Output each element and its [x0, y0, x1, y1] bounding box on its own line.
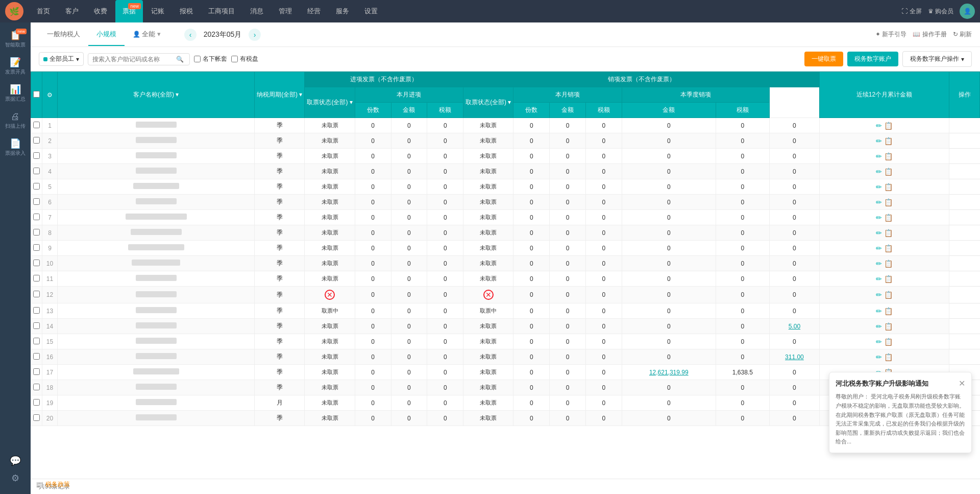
edit-icon[interactable]: ✏ [876, 183, 882, 191]
checkbox-tax-disk-input[interactable] [231, 56, 238, 62]
nav-accounting[interactable]: 记账 [144, 0, 172, 22]
row-checkbox[interactable] [33, 307, 40, 314]
row-checkbox[interactable] [33, 152, 40, 159]
prev-month-button[interactable]: ‹ [184, 29, 197, 41]
nav-manage[interactable]: 管理 [272, 0, 299, 22]
edit-icon[interactable]: ✏ [876, 338, 882, 346]
row-checkbox[interactable] [33, 122, 40, 128]
row-checkbox[interactable] [33, 353, 40, 360]
search-box[interactable]: 🔍 [88, 53, 190, 65]
copy-icon[interactable]: 📋 [884, 338, 893, 346]
nav-message[interactable]: 消息 [243, 0, 271, 22]
membership-btn[interactable]: ♛ 购会员 [928, 7, 953, 16]
row-checkbox-cell[interactable] [31, 287, 42, 303]
nav-invoice[interactable]: 票据 new [115, 0, 143, 22]
sidebar-item-scan[interactable]: 🖨 扫描上传 [1, 108, 30, 134]
row-checkbox-cell[interactable] [31, 210, 42, 225]
row-checkbox-cell[interactable] [31, 241, 42, 256]
row-checkbox-cell[interactable] [31, 411, 42, 426]
user-avatar[interactable]: 👤 [960, 4, 975, 19]
nav-business[interactable]: 工商项目 [201, 0, 242, 22]
row-checkbox-cell[interactable] [31, 303, 42, 319]
refresh-btn[interactable]: ↻ 刷新 [953, 30, 972, 39]
row-checkbox[interactable] [33, 229, 40, 236]
sidebar-item-smart-ticket[interactable]: 📋 智能取票 new [1, 27, 30, 53]
edit-icon[interactable]: ✏ [876, 229, 882, 237]
quarter-amount-link[interactable]: 12,621,319.99 [649, 369, 689, 376]
nav-tax[interactable]: 报税 [173, 0, 200, 22]
copy-icon[interactable]: 📋 [884, 168, 893, 176]
row-checkbox-cell[interactable] [31, 149, 42, 164]
edit-icon[interactable]: ✏ [876, 275, 882, 283]
row-checkbox[interactable] [33, 338, 40, 344]
checkbox-account[interactable]: 名下帐套 [194, 55, 227, 63]
notification-close-button[interactable]: ✕ [959, 379, 965, 388]
copy-icon[interactable]: 📋 [884, 291, 893, 299]
search-input[interactable] [92, 56, 174, 63]
row-checkbox[interactable] [33, 168, 40, 174]
copy-icon[interactable]: 📋 [884, 152, 893, 160]
tax-digital-operation-button[interactable]: 税务数字账户操作 ▾ [902, 51, 972, 67]
edit-icon[interactable]: ✏ [876, 291, 882, 299]
copy-icon[interactable]: 📋 [884, 307, 893, 315]
copy-icon[interactable]: 📋 [884, 260, 893, 268]
edit-icon[interactable]: ✏ [876, 307, 882, 315]
edit-icon[interactable]: ✏ [876, 244, 882, 252]
next-month-button[interactable]: › [249, 29, 261, 41]
nav-fee[interactable]: 收费 [87, 0, 114, 22]
sidebar-item-entry[interactable]: 📄 票据录入 [1, 135, 30, 161]
row-checkbox[interactable] [33, 399, 40, 406]
row-checkbox[interactable] [33, 384, 40, 390]
nav-customer[interactable]: 客户 [58, 0, 86, 22]
copy-icon[interactable]: 📋 [884, 183, 893, 191]
user-manual-btn[interactable]: 📖 操作手册 [913, 30, 946, 39]
edit-icon[interactable]: ✏ [876, 168, 882, 176]
row-checkbox[interactable] [33, 322, 40, 329]
edit-icon[interactable]: ✏ [876, 353, 882, 361]
tax-digital-account-button[interactable]: 税务数字账户 [847, 52, 898, 66]
sidebar-item-open-invoice[interactable]: 📝 发票开具 [1, 54, 30, 80]
row-checkbox[interactable] [33, 414, 40, 421]
sidebar-bottom-icon1[interactable]: 💬 [10, 455, 21, 466]
row-checkbox-cell[interactable] [31, 195, 42, 210]
sidebar-bottom-icon2[interactable]: ⚙ [11, 473, 19, 484]
edit-icon[interactable]: ✏ [876, 152, 882, 160]
edit-icon[interactable]: ✏ [876, 260, 882, 268]
employee-select[interactable]: 全部员工 ▾ [39, 52, 84, 66]
row-checkbox-cell[interactable] [31, 271, 42, 287]
row-checkbox-cell[interactable] [31, 133, 42, 149]
row-checkbox[interactable] [33, 244, 40, 251]
row-checkbox[interactable] [33, 183, 40, 190]
row-checkbox[interactable] [33, 214, 40, 220]
nav-service[interactable]: 服务 [329, 0, 356, 22]
new-user-guide-btn[interactable]: ✦ 新手引导 [875, 30, 906, 39]
nav-home[interactable]: 首页 [30, 0, 57, 22]
tab-all-capability[interactable]: 👤 全能 ▾ [125, 23, 169, 46]
annual-link[interactable]: 311.00 [785, 354, 804, 361]
edit-icon[interactable]: ✏ [876, 322, 882, 331]
copy-icon[interactable]: 📋 [884, 137, 893, 145]
one-click-ticket-button[interactable]: 一键取票 [804, 52, 843, 66]
row-checkbox[interactable] [33, 137, 40, 144]
copy-icon[interactable]: 📋 [884, 353, 893, 361]
checkbox-account-input[interactable] [194, 56, 201, 62]
copy-icon[interactable]: 📋 [884, 322, 893, 331]
sidebar-item-summary[interactable]: 📊 票据汇总 [1, 81, 30, 107]
row-checkbox[interactable] [33, 368, 40, 375]
row-checkbox-cell[interactable] [31, 365, 42, 380]
tab-general-taxpayer[interactable]: 一般纳税人 [39, 23, 88, 46]
row-checkbox-cell[interactable] [31, 380, 42, 395]
copy-icon[interactable]: 📋 [884, 244, 893, 252]
row-checkbox[interactable] [33, 198, 40, 205]
nav-operation[interactable]: 经营 [300, 0, 328, 22]
copy-icon[interactable]: 📋 [884, 275, 893, 283]
copy-icon[interactable]: 📋 [884, 229, 893, 237]
annual-link[interactable]: 5.00 [789, 323, 800, 330]
select-all-checkbox[interactable] [33, 91, 40, 98]
edit-icon[interactable]: ✏ [876, 137, 882, 145]
copy-icon[interactable]: 📋 [884, 198, 893, 206]
fullscreen-btn[interactable]: ⛶ 全屏 [901, 7, 921, 16]
edit-icon[interactable]: ✏ [876, 198, 882, 206]
row-checkbox-cell[interactable] [31, 319, 42, 334]
tab-small-scale[interactable]: 小规模 [88, 23, 125, 46]
